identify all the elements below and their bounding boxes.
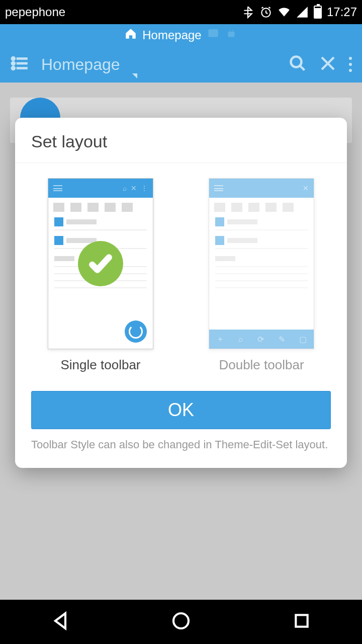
option-double-toolbar[interactable]: ✕ ＋⌕⟳✎▢ Double toolbar xyxy=(209,178,314,373)
home-icon xyxy=(124,27,137,43)
bluetooth-icon xyxy=(241,6,254,19)
battery-icon xyxy=(314,6,322,19)
signal-icon xyxy=(296,6,309,19)
close-button[interactable] xyxy=(319,54,337,74)
svg-line-14 xyxy=(300,66,305,70)
nav-recent-button[interactable] xyxy=(292,611,312,633)
svg-point-13 xyxy=(291,57,302,67)
wifi-icon xyxy=(278,6,291,19)
search-button[interactable] xyxy=(289,54,307,74)
svg-rect-18 xyxy=(296,615,307,626)
option-single-toolbar[interactable]: ⌕✕⋮ Single toolbar xyxy=(48,178,153,373)
svg-point-6 xyxy=(232,30,233,31)
svg-point-9 xyxy=(12,62,15,65)
dropdown-icon[interactable] xyxy=(132,73,137,78)
toolbar-title[interactable]: Homepage xyxy=(41,55,120,74)
ok-button[interactable]: OK xyxy=(31,391,331,429)
status-bar: pepephone 17:27 xyxy=(0,0,362,24)
preview-double: ✕ ＋⌕⟳✎▢ xyxy=(209,178,314,349)
app-tabs-bar: Homepage xyxy=(0,24,362,46)
nav-back-button[interactable] xyxy=(50,611,70,633)
clock-label: 17:27 xyxy=(327,5,357,19)
svg-rect-4 xyxy=(228,32,234,37)
nav-home-button[interactable] xyxy=(171,611,191,633)
option-double-label: Double toolbar xyxy=(219,357,304,373)
preview-single: ⌕✕⋮ xyxy=(48,178,153,349)
dialog-hint: Toolbar Style can also be changed in The… xyxy=(15,437,347,453)
alarm-icon xyxy=(259,6,273,19)
selected-check-icon xyxy=(78,241,123,286)
set-layout-dialog: Set layout ⌕✕⋮ xyxy=(15,118,347,468)
fab-icon xyxy=(125,320,147,343)
carrier-label: pepephone xyxy=(5,5,65,19)
svg-point-5 xyxy=(229,30,230,31)
svg-point-11 xyxy=(12,67,15,69)
dialog-overlay: Set layout ⌕✕⋮ xyxy=(0,83,362,600)
svg-rect-3 xyxy=(208,29,218,37)
option-single-label: Single toolbar xyxy=(61,357,141,373)
tab-android-icon[interactable] xyxy=(225,27,238,43)
overflow-menu-button[interactable] xyxy=(349,57,352,72)
tab-sms-icon[interactable] xyxy=(207,27,220,43)
app-toolbar: Homepage xyxy=(0,46,362,83)
tab-homepage[interactable]: Homepage xyxy=(142,28,201,42)
android-navbar xyxy=(0,600,362,644)
svg-point-7 xyxy=(12,57,15,60)
svg-point-17 xyxy=(173,613,189,628)
dialog-title: Set layout xyxy=(15,118,347,163)
menu-button[interactable] xyxy=(10,54,29,75)
